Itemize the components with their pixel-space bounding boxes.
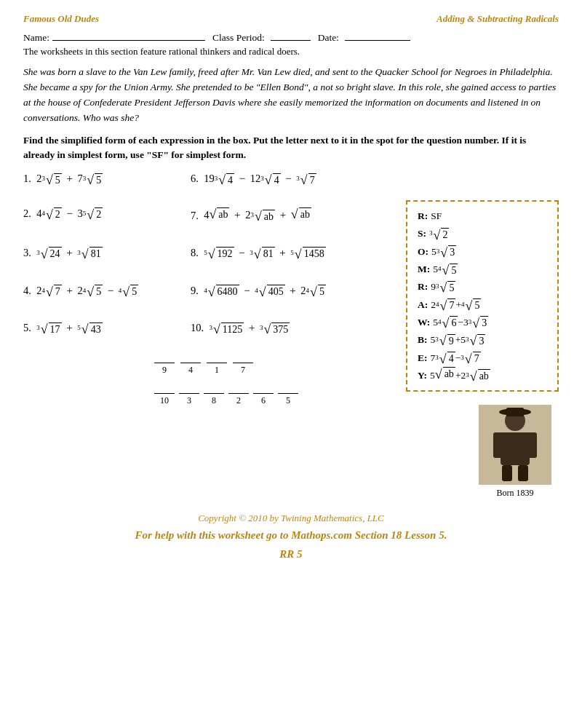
period-line	[271, 40, 311, 41]
grid-cell-8	[204, 381, 224, 394]
ans-letter-E: E:	[418, 349, 428, 367]
prob-10-num: 10.	[191, 322, 207, 333]
grid-num-9: 9	[154, 365, 175, 376]
problem-5: 5. 3√17 + 5√43	[23, 322, 191, 336]
name-row: Name: Class Period: Date:	[23, 32, 559, 44]
prob-10-expr: 3√1125 + 3√375	[209, 322, 290, 333]
ans-letter-Y: Y:	[418, 367, 427, 384]
header-right: Adding & Subtracting Radicals	[436, 13, 559, 25]
grid-num-3: 3	[179, 395, 199, 406]
person-photo	[479, 405, 551, 485]
date-line	[345, 40, 410, 41]
ans-row-O: O: 53√3	[418, 243, 547, 261]
grid-num-4: 4	[180, 365, 201, 376]
problem-8: 8. 5√192 − 3√81 + 5√1458	[191, 247, 326, 261]
problem-row-5-10: 5. 3√17 + 5√43 10. 3√1125 + 3√375	[23, 322, 401, 336]
prob-8-expr: 5√192 − 3√81 + 5√1458	[204, 247, 326, 258]
svg-rect-4	[525, 432, 537, 458]
name-line	[52, 40, 205, 41]
grid-cell-2	[228, 381, 249, 394]
prob-9-num: 9.	[191, 285, 202, 296]
photo-caption: Born 1839	[471, 488, 559, 499]
grid-cell-4	[180, 351, 201, 363]
copyright: Copyright © 2010 by Twining Mathematics,…	[23, 510, 559, 526]
grid-cell-10	[154, 381, 175, 394]
ans-row-B: B: 53√9+53√3	[418, 331, 547, 349]
grid-num-1: 1	[207, 365, 227, 376]
ans-row-S: S: 3√2	[418, 225, 547, 242]
ans-letter-R2: R:	[418, 278, 428, 296]
ans-row-Y: Y: 5√ab+23√ab	[418, 367, 547, 384]
problem-row-3-8: 3. 3√24 + 3√81 8. 5√192 − 3√81 + 5√1458	[23, 247, 401, 261]
problem-1: 1. 23√5 + 73√5	[23, 173, 191, 187]
ans-expr-W: 54√6−33√3	[433, 314, 488, 331]
ans-expr-O: 53√3	[431, 243, 456, 261]
ans-row-E: E: 73√4−3√7	[418, 349, 547, 367]
footer: Copyright © 2010 by Twining Mathematics,…	[23, 510, 559, 563]
ans-expr-A: 24√7+4√5	[431, 296, 481, 314]
class-period-label: Class Period:	[212, 32, 265, 44]
problem-row-4-9: 4. 24√7 + 24√5 − 4√5 9. 4√6480 − 4√405 +…	[23, 285, 401, 299]
ans-expr-Y: 5√ab+23√ab	[430, 367, 490, 384]
grid-num-2: 2	[228, 395, 249, 406]
grid-num-10: 10	[154, 395, 175, 406]
prob-6-num: 6.	[191, 173, 202, 184]
problem-2: 2. 44√2 − 35√2	[23, 207, 191, 222]
header-row: Famous Old Dudes Adding & Subtracting Ra…	[23, 13, 559, 25]
ans-letter-S: S:	[418, 225, 426, 242]
footer-sub: RR 5	[23, 545, 559, 564]
prob-6-expr: 193√4 − 123√4 − 3√7	[204, 173, 316, 184]
svg-rect-5	[502, 465, 512, 481]
ans-letter-O: O:	[418, 243, 428, 261]
grid-cell-9	[154, 351, 175, 363]
problem-9: 9. 4√6480 − 4√405 + 24√5	[191, 285, 326, 299]
prob-2-expr: 44√2 − 35√2	[36, 207, 103, 219]
footer-main: For help with this worksheet go to Matho…	[23, 526, 559, 545]
prob-3-expr: 3√24 + 3√81	[36, 247, 103, 258]
grid-cell-6	[253, 381, 274, 394]
ans-letter-W: W:	[418, 314, 430, 331]
ans-expr-B: 53√9+53√3	[431, 331, 486, 349]
subtitle: The worksheets in this section feature r…	[23, 46, 559, 58]
svg-rect-3	[493, 432, 505, 458]
problem-7: 7. 4√ab + 23√ab + √ab	[191, 207, 311, 223]
grid-num-7: 7	[233, 365, 253, 376]
ans-row-W: W: 54√6−33√3	[418, 314, 547, 331]
name-label: Name:	[23, 32, 49, 44]
grid-cell-1	[207, 351, 227, 363]
prob-7-expr: 4√ab + 23√ab + √ab	[204, 209, 311, 221]
prob-1-num: 1.	[23, 173, 34, 184]
grid-cell-3	[179, 381, 199, 394]
ans-expr-S: 3√2	[429, 225, 449, 242]
ans-expr-E: 73√4−3√7	[431, 349, 481, 367]
photo-area: Born 1839	[471, 405, 559, 499]
problem-4: 4. 24√7 + 24√5 − 4√5	[23, 285, 191, 299]
intro-text: She was born a slave to the Van Lew fami…	[23, 65, 559, 126]
grid-num-8: 8	[204, 395, 224, 406]
prob-2-num: 2.	[23, 207, 34, 219]
prob-8-num: 8.	[191, 247, 202, 258]
problems-section: 1. 23√5 + 73√5 6. 193√4 − 123√4 − 3√7	[23, 173, 401, 406]
grid-cell-7	[233, 351, 253, 363]
prob-9-expr: 4√6480 − 4√405 + 24√5	[204, 285, 326, 296]
grid-num-6: 6	[253, 395, 274, 406]
ans-expr-M: 54√5	[433, 261, 458, 278]
answer-box: R: SF S: 3√2 O: 53√3 M: 54√5	[406, 200, 559, 392]
ans-letter-B: B:	[418, 331, 428, 349]
svg-rect-6	[518, 465, 528, 481]
problem-3: 3. 3√24 + 3√81	[23, 247, 191, 261]
header-left: Famous Old Dudes	[23, 13, 99, 25]
prob-4-expr: 24√7 + 24√5 − 4√5	[36, 285, 138, 296]
ans-row-R2: R: 93√5	[418, 278, 547, 296]
ans-row-A: A: 24√7+4√5	[418, 296, 547, 314]
problem-row-2-7: 2. 44√2 − 35√2 7. 4√ab + 23√ab + √ab	[23, 207, 401, 223]
problem-row-1-6: 1. 23√5 + 73√5 6. 193√4 − 123√4 − 3√7	[23, 173, 401, 187]
ans-letter-A: A:	[418, 296, 428, 314]
prob-7-num: 7.	[191, 209, 202, 221]
ans-expr-R1: SF	[431, 207, 442, 225]
prob-5-expr: 3√17 + 5√43	[36, 322, 103, 333]
ans-row-M: M: 54√5	[418, 261, 547, 278]
ans-expr-R2: 93√5	[431, 278, 455, 296]
ans-letter-R1: R:	[418, 207, 428, 225]
date-label: Date:	[318, 32, 339, 44]
